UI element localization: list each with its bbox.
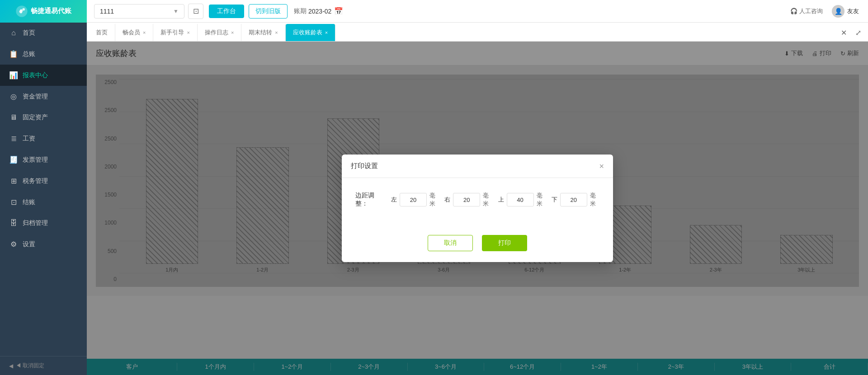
right-input[interactable] (453, 193, 480, 206)
sidebar-label-settings: 设置 (23, 240, 35, 248)
funds-icon: ◎ (9, 92, 18, 101)
tabs-bar: 首页 畅会员 × 新手引导 × 操作日志 × 期末结转 × 应收账龄表 × (87, 23, 868, 42)
tab-oplog[interactable]: 操作日志 × (198, 24, 241, 41)
top-input[interactable] (507, 193, 534, 206)
tab-oplog-close[interactable]: × (231, 30, 234, 35)
tab-home-label: 首页 (96, 28, 108, 37)
bottom-unit: 毫米 (590, 192, 599, 208)
logo-icon (15, 5, 28, 18)
left-unit: 毫米 (429, 192, 439, 208)
margin-right-field: 右 毫米 (444, 192, 492, 208)
sidebar-item-home[interactable]: ⌂ 首页 (0, 23, 87, 43)
company-selector[interactable]: 1111 ▼ (94, 4, 184, 19)
sidebar-label-assets: 固定资产 (23, 113, 48, 122)
print-confirm-button[interactable]: 打印 (482, 235, 527, 251)
period-area: 账期 2023-02 📅 (294, 7, 343, 15)
avatar-icon: 👤 (835, 8, 842, 15)
modal-footer: 取消 打印 (342, 230, 613, 262)
expand-tab-button[interactable]: ⤢ (852, 26, 864, 39)
sidebar-item-archive[interactable]: 🗄 归档管理 (0, 213, 87, 234)
margin-bottom-field: 下 毫米 (552, 192, 599, 208)
modal-overlay: 打印设置 × 边距调整： 左 毫米 右 (87, 42, 868, 375)
header-right: 🎧 人工咨询 👤 友友 (790, 5, 868, 18)
sidebar-label-tax: 税务管理 (23, 177, 48, 185)
tab-member[interactable]: 畅会员 × (115, 24, 153, 41)
tab-period-end-close[interactable]: × (275, 30, 278, 35)
sidebar-collapse-button[interactable]: ◀ ◀ 取消固定 (0, 356, 87, 375)
close-tab-button[interactable]: ✕ (837, 26, 850, 39)
tab-right-buttons: ✕ ⤢ (837, 24, 868, 41)
consult-label: 人工咨询 (799, 7, 823, 15)
margin-left-field: 左 毫米 (391, 192, 439, 208)
company-name: 1111 (100, 8, 170, 15)
sidebar-item-payroll[interactable]: ≣ 工资 (0, 128, 87, 149)
sidebar-label-home: 首页 (23, 29, 35, 37)
top-unit: 毫米 (537, 192, 546, 208)
tab-ar-aging[interactable]: 应收账龄表 × (286, 24, 335, 41)
archive-icon: 🗄 (9, 219, 18, 227)
ledger-icon: 📋 (9, 50, 18, 58)
workbench-button[interactable]: 工作台 (209, 5, 244, 18)
period-label: 账期 (294, 7, 307, 15)
sidebar-item-tax[interactable]: ⊞ 税务管理 (0, 170, 87, 192)
app-name: 畅捷通易代账 (31, 7, 71, 15)
collapse-icon: ◀ (9, 363, 13, 369)
user-avatar: 👤 (832, 5, 844, 18)
consult-button[interactable]: 🎧 人工咨询 (790, 7, 823, 15)
tab-period-end[interactable]: 期末结转 × (241, 24, 285, 41)
tab-ar-aging-close[interactable]: × (325, 30, 328, 35)
sidebar-item-settings[interactable]: ⚙ 设置 (0, 234, 87, 255)
tab-member-close[interactable]: × (143, 30, 146, 35)
sidebar-label-funds: 资金管理 (23, 93, 48, 101)
sidebar-item-reports[interactable]: 📊 报表中心 (0, 65, 87, 86)
calendar-icon[interactable]: 📅 (334, 7, 343, 15)
tab-member-label: 畅会员 (123, 28, 140, 37)
close-icon: ✕ (841, 28, 847, 37)
right-label: 右 (444, 196, 450, 204)
sidebar: ⌂ 首页 📋 总账 📊 报表中心 ◎ 资金管理 🖥 固定资产 ≣ 工资 (0, 23, 87, 375)
copy-button[interactable]: ⊡ (188, 4, 203, 19)
switch-version-button[interactable]: 切到旧版 (249, 4, 288, 19)
left-label: 左 (391, 196, 397, 204)
home-icon: ⌂ (9, 29, 18, 37)
print-settings-modal: 打印设置 × 边距调整： 左 毫米 右 (342, 155, 613, 262)
top-label: 上 (498, 196, 504, 204)
margin-adjustment-label: 边距调整： (355, 192, 386, 208)
bottom-input[interactable] (560, 193, 587, 206)
sidebar-item-closing[interactable]: ⊡ 结账 (0, 192, 87, 213)
tab-guide[interactable]: 新手引导 × (153, 24, 197, 41)
tax-icon: ⊞ (9, 177, 18, 185)
closing-icon: ⊡ (9, 198, 18, 206)
sidebar-scroll: ⌂ 首页 📋 总账 📊 报表中心 ◎ 资金管理 🖥 固定资产 ≣ 工资 (0, 23, 87, 356)
modal-header: 打印设置 × (342, 155, 613, 178)
right-unit: 毫米 (483, 192, 492, 208)
cancel-button[interactable]: 取消 (428, 235, 473, 251)
headset-icon: 🎧 (790, 8, 797, 14)
tab-guide-close[interactable]: × (187, 30, 189, 35)
tab-ar-aging-label: 应收账龄表 (293, 28, 322, 37)
sidebar-label-reports: 报表中心 (23, 71, 48, 80)
content-area: 首页 畅会员 × 新手引导 × 操作日志 × 期末结转 × 应收账龄表 × (87, 23, 868, 375)
sidebar-item-invoice[interactable]: 🧾 发票管理 (0, 149, 87, 170)
left-input[interactable] (400, 193, 427, 206)
top-header: 畅捷通易代账 1111 ▼ ⊡ 工作台 切到旧版 账期 2023-02 📅 🎧 … (0, 0, 868, 23)
sidebar-label-payroll: 工资 (23, 135, 35, 143)
user-name: 友友 (847, 7, 859, 15)
margin-top-field: 上 毫米 (498, 192, 546, 208)
sidebar-item-assets[interactable]: 🖥 固定资产 (0, 107, 87, 128)
copy-icon: ⊡ (193, 7, 199, 15)
user-area[interactable]: 👤 友友 (832, 5, 859, 18)
collapse-label: ◀ 取消固定 (16, 362, 44, 370)
assets-icon: 🖥 (9, 113, 18, 122)
sidebar-item-ledger[interactable]: 📋 总账 (0, 43, 87, 65)
settings-icon: ⚙ (9, 240, 18, 248)
tab-oplog-label: 操作日志 (205, 28, 228, 37)
logo-area: 畅捷通易代账 (0, 0, 87, 23)
modal-close-button[interactable]: × (599, 162, 604, 170)
tab-home[interactable]: 首页 (87, 24, 115, 41)
sidebar-item-funds[interactable]: ◎ 资金管理 (0, 86, 87, 107)
sidebar-label-closing: 结账 (23, 198, 35, 206)
tab-guide-label: 新手引导 (160, 28, 184, 37)
margin-row: 边距调整： 左 毫米 右 毫米 (355, 192, 599, 208)
modal-title: 打印设置 (351, 162, 378, 170)
